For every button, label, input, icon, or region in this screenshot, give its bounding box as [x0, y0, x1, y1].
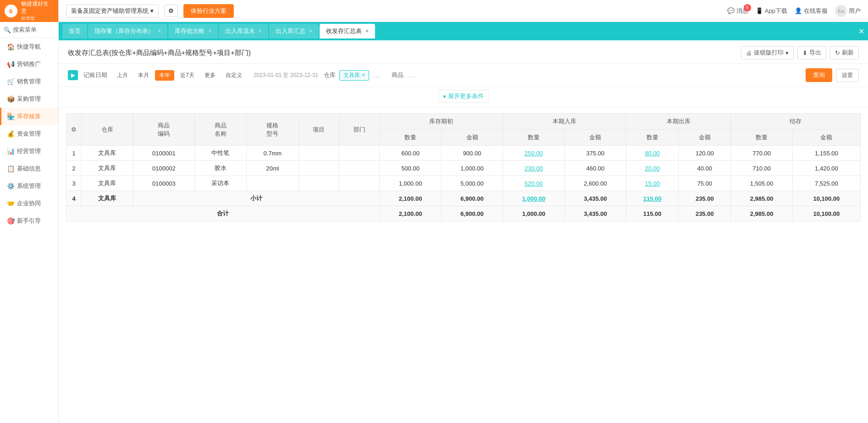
tab-in-out-summary[interactable]: 出入库汇总 ×: [269, 24, 319, 38]
date-btn-7days[interactable]: 近7天: [176, 70, 199, 81]
online-service-item[interactable]: 👤 在线客服: [795, 7, 828, 15]
row-no: 1: [66, 146, 82, 161]
th-group-opening: 库存期初: [380, 114, 503, 130]
tab-recv-send-close[interactable]: ×: [365, 28, 369, 34]
warehouse-tag-name: 文具库: [343, 71, 360, 79]
sidebar-item-enterprise[interactable]: 🤝 企业协同: [0, 195, 58, 212]
row-out-qty[interactable]: 80.00: [626, 146, 679, 161]
date-btn-this-month[interactable]: 本月: [134, 70, 153, 81]
message-badge: 6: [744, 4, 751, 11]
date-btn-custom[interactable]: 自定义: [221, 70, 246, 81]
topbar: 装备及固定资产辅助管理系统 ▾ ⚙ 体验行业方案 💬 消息 6 📱 App下载 …: [59, 0, 868, 22]
date-btn-more[interactable]: 更多: [200, 70, 220, 81]
warehouse-more-dots[interactable]: ...: [373, 72, 381, 79]
row-dept: [339, 146, 380, 161]
total-label: 合计: [66, 206, 380, 221]
system-name: 装备及固定资产辅助管理系统: [71, 7, 149, 15]
sidebar-item-quicknav[interactable]: 🏠 快捷导航: [0, 38, 58, 55]
th-out-qty: 数量: [626, 130, 679, 146]
th-open-qty: 数量: [380, 130, 441, 146]
experience-button[interactable]: 体验行业方案: [183, 4, 234, 18]
tab-stock-dist[interactable]: 现存量（库存分布表） ×: [88, 24, 167, 38]
filter-arrow[interactable]: ▶: [68, 70, 78, 80]
tab-batch[interactable]: 库存批次账 ×: [168, 24, 218, 38]
subtotal-in-qty: 1,000.00: [503, 191, 564, 206]
row-in-amt: 460.00: [564, 161, 626, 176]
settings-sm-button[interactable]: 设置: [836, 69, 859, 82]
message-item[interactable]: 💬 消息 6: [727, 7, 748, 15]
filter-area: ▶ 记账日期 上月 本月 本年 近7天 更多 自定义 2023-01-01 至 …: [59, 64, 868, 87]
row-in-amt: 375.00: [564, 146, 626, 161]
sidebar-item-inventory[interactable]: 🏪 库存核算: [0, 108, 58, 125]
refresh-label: 刷新: [842, 49, 854, 57]
row-out-amt: 40.00: [679, 161, 731, 176]
sidebar-item-system[interactable]: ⚙️ 系统管理: [0, 177, 58, 195]
row-code: 0100002: [133, 161, 194, 176]
warehouse-tag[interactable]: 文具库 ×: [339, 70, 369, 81]
tab-batch-label: 库存批次账: [175, 27, 205, 35]
sidebar-label-sales: 销售管理: [17, 77, 41, 86]
sidebar-nav: 📢 营销推广 🛒 销售管理 📦 采购管理 🏪 库存核算 💰 资金管理 📊: [0, 55, 58, 423]
row-close-qty: 710.00: [731, 161, 792, 176]
subtotal-in-amt: 3,435.00: [564, 191, 626, 206]
tab-in-out-summary-close[interactable]: ×: [309, 28, 312, 34]
quicknav-icon: 🏠: [7, 43, 14, 50]
page-title-bar: 收发存汇总表(按仓库+商品编码+商品+规格型号+项目+部门) 🖨 拔锁版打印 ▾…: [59, 40, 868, 64]
warehouse-label: 仓库: [324, 71, 336, 79]
tab-stock-dist-close[interactable]: ×: [158, 28, 161, 34]
row-in-qty[interactable]: 250.00: [503, 146, 564, 161]
date-filter-label: 记账日期: [83, 71, 107, 79]
sidebar-header: 6 畅捷通好生意 标准版: [0, 0, 58, 22]
date-btn-last-month[interactable]: 上月: [113, 70, 132, 81]
tab-batch-close[interactable]: ×: [208, 28, 211, 34]
th-group-in: 本期入库: [503, 114, 626, 130]
total-open-qty: 2,100.00: [380, 206, 441, 221]
user-item[interactable]: Ea 用户: [835, 5, 861, 17]
print-label: 拔锁版打印: [754, 49, 784, 57]
sidebar-item-purchase[interactable]: 📦 采购管理: [0, 90, 58, 108]
goods-more-dots[interactable]: ...: [409, 72, 417, 79]
tab-stock-dist-label: 现存量（库存分布表）: [94, 27, 154, 35]
refresh-button[interactable]: ↻ 刷新: [830, 46, 859, 60]
sidebar-item-guide[interactable]: 🎯 新手引导: [0, 212, 58, 230]
sidebar-item-sales[interactable]: 🛒 销售管理: [0, 73, 58, 90]
row-out-qty[interactable]: 20.00: [626, 161, 679, 176]
tab-in-out-flow[interactable]: 出入库流水 ×: [219, 24, 268, 38]
system-selector[interactable]: 装备及固定资产辅助管理系统 ▾: [66, 5, 159, 17]
query-button[interactable]: 查询: [806, 68, 832, 82]
chevron-down-icon: ▾: [150, 7, 154, 14]
row-warehouse: 文具库: [82, 176, 133, 191]
row-spec: 20ml: [246, 161, 299, 176]
row-project: [299, 176, 339, 191]
tab-home[interactable]: 首页: [62, 24, 87, 38]
expand-conditions-button[interactable]: ▾ 展开更多条件: [438, 90, 489, 103]
warehouse-tag-close[interactable]: ×: [362, 72, 365, 78]
row-in-amt: 2,600.00: [564, 176, 626, 191]
refresh-icon: ↻: [835, 49, 840, 56]
export-button[interactable]: ⬇ 导出: [797, 46, 826, 60]
subtotal-label: 小计: [133, 191, 380, 206]
row-in-qty[interactable]: 520.00: [503, 176, 564, 191]
th-close-qty: 数量: [731, 130, 792, 146]
sidebar-item-base[interactable]: 📋 基础信息: [0, 160, 58, 177]
th-goods-code: 商品编码: [133, 114, 194, 146]
row-in-qty[interactable]: 230.00: [503, 161, 564, 176]
row-close-amt: 7,525.00: [792, 176, 860, 191]
settings-button[interactable]: ⚙: [164, 5, 178, 17]
page-title-actions: 🖨 拔锁版打印 ▾ ⬇ 导出 ↻ 刷新: [741, 46, 859, 60]
date-btn-this-year[interactable]: 本年: [155, 70, 174, 81]
tab-bar-close[interactable]: ✕: [858, 27, 864, 36]
print-button[interactable]: 🖨 拔锁版打印 ▾: [741, 46, 794, 60]
th-settings[interactable]: ⚙: [66, 114, 82, 146]
sales-icon: 🛒: [7, 78, 14, 85]
row-out-qty[interactable]: 15.00: [626, 176, 679, 191]
sidebar-label-system: 系统管理: [17, 182, 41, 190]
sidebar-item-marketing[interactable]: 📢 营销推广: [0, 55, 58, 73]
tab-recv-send-summary[interactable]: 收发存汇总表 ×: [320, 24, 375, 38]
app-download-item[interactable]: 📱 App下载: [756, 7, 787, 15]
row-open-amt: 5,000.00: [441, 176, 503, 191]
sidebar-item-operations[interactable]: 📊 经营管理: [0, 143, 58, 160]
sidebar-item-finance[interactable]: 💰 资金管理: [0, 125, 58, 143]
search-menu-item[interactable]: 🔍 搜索菜单: [0, 22, 58, 38]
tab-in-out-flow-close[interactable]: ×: [259, 28, 262, 34]
